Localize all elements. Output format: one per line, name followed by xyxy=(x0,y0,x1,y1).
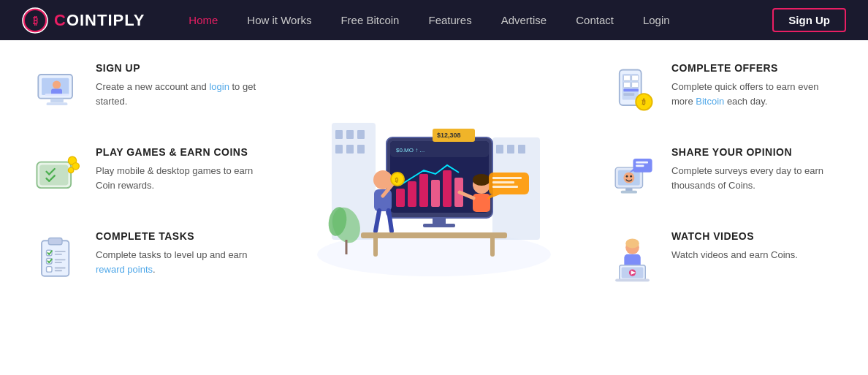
svg-rect-52 xyxy=(443,170,452,207)
svg-rect-44 xyxy=(507,145,514,154)
svg-rect-85 xyxy=(631,75,638,80)
svg-rect-59 xyxy=(423,224,455,227)
nav-advertise[interactable]: Advertise xyxy=(487,0,562,40)
signup-button[interactable]: Sign Up xyxy=(772,8,846,32)
svg-rect-38 xyxy=(357,130,365,139)
right-column: ₿ COMPLETE OFFERS Complete quick offers … xyxy=(605,62,839,285)
svg-rect-37 xyxy=(346,130,354,139)
complete-offers-icon: ₿ xyxy=(605,62,660,117)
complete-offers-text: COMPLETE OFFERS Complete quick offers to… xyxy=(671,62,839,108)
svg-line-66 xyxy=(389,211,392,231)
feature-watch-videos: WATCH VIDEOS Watch videos and earn Coins… xyxy=(605,230,839,285)
illustration-svg: $0.MO ↑ ... $12,308 ₿ xyxy=(310,64,558,284)
complete-offers-title: COMPLETE OFFERS xyxy=(671,62,839,74)
svg-rect-5 xyxy=(50,98,64,102)
svg-point-104 xyxy=(625,238,639,248)
watch-videos-title: WATCH VIDEOS xyxy=(671,230,798,242)
feature-sign-up: SIGN UP Create a new account and login t… xyxy=(29,62,263,117)
watch-videos-icon xyxy=(605,230,660,285)
svg-text:₿: ₿ xyxy=(641,98,645,106)
feature-share-opinion: SHARE YOUR OPINION Complete surveys ever… xyxy=(605,146,839,201)
reward-points-link[interactable]: reward points xyxy=(96,264,153,275)
svg-rect-89 xyxy=(623,93,634,96)
svg-rect-100 xyxy=(636,164,644,167)
logo-icon: ₿ xyxy=(22,7,48,34)
nav-free-bitcoin[interactable]: Free Bitcoin xyxy=(326,0,414,40)
nav-login[interactable]: Login xyxy=(628,0,685,40)
svg-rect-84 xyxy=(623,75,630,80)
share-opinion-icon xyxy=(605,146,660,201)
svg-rect-25 xyxy=(54,253,61,254)
svg-rect-50 xyxy=(419,174,428,207)
share-opinion-text: SHARE YOUR OPINION Complete surveys ever… xyxy=(671,146,839,192)
svg-rect-88 xyxy=(623,88,639,91)
sign-up-icon xyxy=(29,62,84,117)
play-games-title: PLAY GAMES & EARN COINS xyxy=(96,146,263,158)
svg-text:$0.MO ↑ ...: $0.MO ↑ ... xyxy=(396,147,425,154)
play-games-icon xyxy=(29,146,84,201)
svg-rect-51 xyxy=(431,180,440,207)
complete-tasks-description: Complete tasks to level up and earn rewa… xyxy=(96,248,263,276)
main-content: SIGN UP Create a new account and login t… xyxy=(0,40,868,307)
complete-tasks-icon xyxy=(29,230,84,285)
svg-rect-87 xyxy=(631,82,638,87)
play-games-text: PLAY GAMES & EARN COINS Play mobile & de… xyxy=(96,146,263,192)
svg-rect-75 xyxy=(492,186,518,188)
logo[interactable]: ₿ COINTIPLY xyxy=(22,7,145,34)
nav-links: Home How it Works Free Bitcoin Features … xyxy=(174,0,846,40)
svg-rect-69 xyxy=(473,194,490,212)
svg-rect-45 xyxy=(518,145,525,154)
sign-up-description: Create a new account and login to get st… xyxy=(96,80,263,108)
svg-rect-40 xyxy=(346,145,354,154)
svg-rect-76 xyxy=(361,232,507,238)
svg-rect-6 xyxy=(46,102,67,105)
svg-text:$12,308: $12,308 xyxy=(437,132,461,139)
svg-rect-31 xyxy=(46,266,51,271)
svg-line-65 xyxy=(376,211,379,231)
svg-point-96 xyxy=(630,175,632,177)
svg-point-7 xyxy=(52,80,60,88)
svg-rect-30 xyxy=(54,262,61,263)
svg-rect-29 xyxy=(54,259,65,260)
sign-up-text: SIGN UP Create a new account and login t… xyxy=(96,62,263,108)
svg-point-95 xyxy=(625,175,628,177)
nav-home[interactable]: Home xyxy=(174,0,232,40)
svg-rect-61 xyxy=(374,189,392,211)
svg-rect-99 xyxy=(636,161,648,163)
svg-rect-39 xyxy=(335,145,343,154)
svg-rect-41 xyxy=(357,145,365,154)
feature-play-games: PLAY GAMES & EARN COINS Play mobile & de… xyxy=(29,146,263,201)
svg-point-68 xyxy=(473,174,490,186)
svg-rect-108 xyxy=(615,279,650,281)
svg-rect-86 xyxy=(623,82,630,87)
logo-text: COINTIPLY xyxy=(54,11,145,30)
svg-rect-49 xyxy=(408,181,416,207)
nav-features[interactable]: Features xyxy=(414,0,486,40)
svg-rect-102 xyxy=(620,190,636,193)
sign-up-title: SIGN UP xyxy=(96,62,263,74)
svg-rect-24 xyxy=(54,251,65,252)
svg-text:₿: ₿ xyxy=(33,15,38,26)
svg-rect-11 xyxy=(39,164,68,185)
svg-rect-32 xyxy=(54,267,65,268)
nav-contact[interactable]: Contact xyxy=(561,0,628,40)
svg-point-14 xyxy=(68,167,73,173)
bitcoin-link[interactable]: Bitcoin xyxy=(696,96,724,107)
share-opinion-description: Complete surveys every day to earn thous… xyxy=(671,164,839,192)
nav-how-it-works[interactable]: How it Works xyxy=(232,0,326,40)
svg-rect-9 xyxy=(45,94,69,96)
complete-tasks-text: COMPLETE TASKS Complete tasks to level u… xyxy=(96,230,263,276)
complete-offers-description: Complete quick offers to earn even more … xyxy=(671,80,839,108)
left-column: SIGN UP Create a new account and login t… xyxy=(29,62,263,285)
complete-tasks-title: COMPLETE TASKS xyxy=(96,230,263,242)
watch-videos-description: Watch videos and earn Coins. xyxy=(671,248,798,262)
svg-rect-43 xyxy=(496,145,503,154)
play-games-description: Play mobile & desktop games to earn Coin… xyxy=(96,164,263,192)
svg-rect-33 xyxy=(54,270,61,271)
login-link[interactable]: login xyxy=(209,81,229,92)
svg-rect-36 xyxy=(335,130,343,139)
svg-rect-20 xyxy=(48,238,62,244)
navigation: ₿ COINTIPLY Home How it Works Free Bitco… xyxy=(0,0,868,40)
feature-complete-offers: ₿ COMPLETE OFFERS Complete quick offers … xyxy=(605,62,839,117)
share-opinion-title: SHARE YOUR OPINION xyxy=(671,146,839,158)
